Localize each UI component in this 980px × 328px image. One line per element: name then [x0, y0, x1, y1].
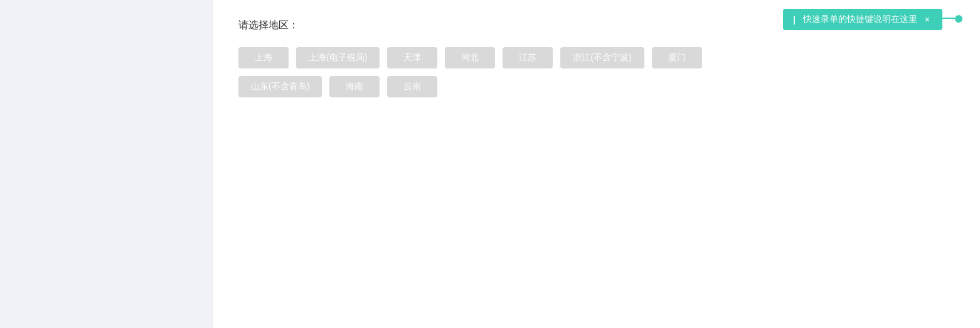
region-btn-shanghai-etax[interactable]: 上海(电子税局) [296, 47, 380, 68]
region-btn-shanghai[interactable]: 上海 [238, 47, 289, 68]
region-row-2: 山东(不含青岛) 海南 云南 [238, 76, 955, 97]
region-row-1: 上海 上海(电子税局) 天津 河北 江苏 浙江(不含宁波) 厦门 [238, 47, 955, 68]
region-btn-shandong[interactable]: 山东(不含青岛) [238, 76, 322, 97]
tooltip-connector-line [942, 18, 955, 19]
page-layout: 快速录单的快捷键说明在这里 × 请选择地区： 上海 上海(电子税局) 天津 河北… [0, 0, 980, 328]
region-btn-hainan[interactable]: 海南 [329, 76, 380, 97]
region-btn-xiamen[interactable]: 厦门 [652, 47, 702, 68]
region-btn-jiangsu[interactable]: 江苏 [503, 47, 553, 68]
tooltip-close-button[interactable]: × [922, 14, 932, 25]
tooltip-banner: 快速录单的快捷键说明在这里 × [783, 9, 942, 30]
main-content: 快速录单的快捷键说明在这里 × 请选择地区： 上海 上海(电子税局) 天津 河北… [213, 0, 980, 328]
tooltip-connector-dot [955, 15, 962, 23]
region-btn-yunnan[interactable]: 云南 [387, 76, 437, 97]
sidebar [0, 0, 213, 328]
region-btn-hebei[interactable]: 河北 [445, 47, 495, 68]
region-btn-tianjin[interactable]: 天津 [387, 47, 437, 68]
tooltip-text: 快速录单的快捷键说明在这里 [803, 14, 917, 25]
region-btn-zhejiang[interactable]: 浙江(不含宁波) [560, 47, 644, 68]
